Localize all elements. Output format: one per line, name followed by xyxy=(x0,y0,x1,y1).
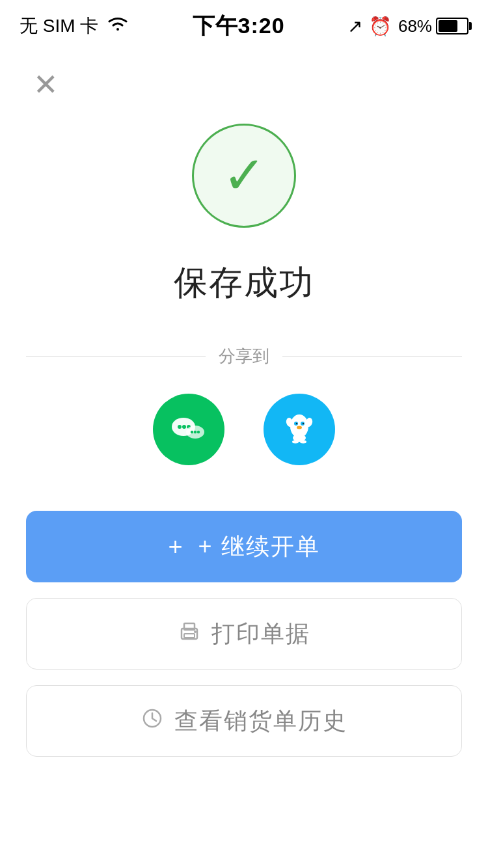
status-bar: 无 SIM 卡 下午3:20 ↗ ⏰ 68% xyxy=(0,0,488,52)
svg-rect-21 xyxy=(184,634,195,638)
wechat-share-button[interactable] xyxy=(153,394,224,465)
divider-right xyxy=(282,356,462,357)
close-icon: ✕ xyxy=(33,70,59,100)
history-icon xyxy=(141,707,164,736)
alarm-icon: ⏰ xyxy=(369,16,392,37)
battery-pct: 68% xyxy=(398,16,432,36)
wechat-icon xyxy=(167,407,211,452)
history-button[interactable]: 查看销货单历史 xyxy=(26,685,462,757)
share-icons xyxy=(26,394,462,465)
close-button-row: ✕ xyxy=(26,52,462,117)
svg-point-7 xyxy=(197,431,200,433)
qq-share-button[interactable] xyxy=(264,394,335,465)
battery-icon xyxy=(436,18,468,34)
svg-point-14 xyxy=(297,426,302,429)
svg-point-2 xyxy=(182,425,186,429)
location-icon: ↗ xyxy=(347,16,362,37)
battery-fill xyxy=(439,20,457,32)
print-label: 打印单据 xyxy=(211,618,310,650)
success-circle: ✓ xyxy=(192,124,296,228)
svg-point-13 xyxy=(303,423,304,424)
status-left: 无 SIM 卡 xyxy=(20,14,129,38)
svg-point-12 xyxy=(296,423,297,424)
carrier-label: 无 SIM 卡 xyxy=(20,14,98,38)
continue-button[interactable]: + + 继续开单 xyxy=(26,511,462,582)
svg-point-18 xyxy=(300,441,306,444)
share-divider: 分享到 xyxy=(26,345,462,368)
action-buttons: + + 继续开单 打印单据 查看销货单历史 xyxy=(26,511,462,757)
main-content: ✕ ✓ 保存成功 分享到 xyxy=(0,52,488,868)
plus-icon: + xyxy=(168,533,183,561)
continue-label: + 继续开单 xyxy=(198,531,320,563)
share-label: 分享到 xyxy=(219,345,269,368)
status-right: ↗ ⏰ 68% xyxy=(347,16,468,37)
svg-point-6 xyxy=(194,431,197,433)
share-section: 分享到 xyxy=(26,345,462,465)
qq-icon xyxy=(279,409,319,450)
battery-block: 68% xyxy=(398,16,468,36)
history-label: 查看销货单历史 xyxy=(174,705,347,737)
success-title: 保存成功 xyxy=(174,260,314,306)
svg-point-17 xyxy=(292,441,299,444)
svg-point-1 xyxy=(178,425,182,429)
svg-point-22 xyxy=(194,631,197,633)
close-button[interactable]: ✕ xyxy=(26,65,65,104)
wifi-icon xyxy=(106,15,129,38)
svg-point-5 xyxy=(191,431,193,433)
print-button[interactable]: 打印单据 xyxy=(26,598,462,670)
print-icon xyxy=(178,619,201,649)
status-time: 下午3:20 xyxy=(193,11,285,41)
checkmark-icon: ✓ xyxy=(223,150,266,202)
divider-left xyxy=(26,356,206,357)
